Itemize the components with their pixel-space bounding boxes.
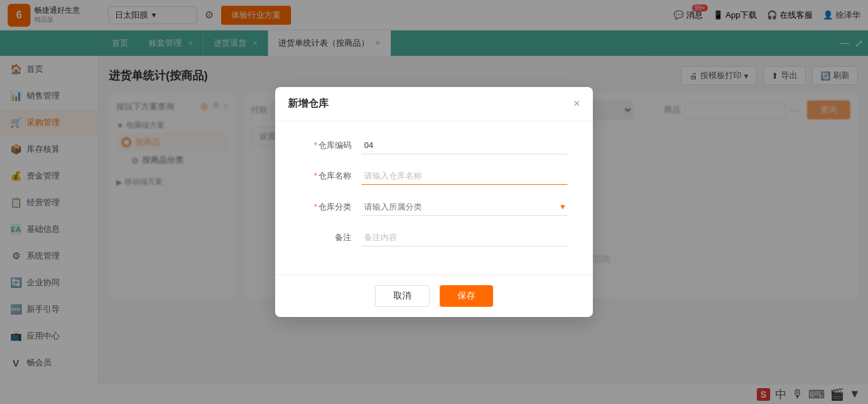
modal-footer: 取消 保存 (275, 274, 593, 317)
save-button[interactable]: 保存 (440, 285, 493, 307)
new-warehouse-modal: 新增仓库 × *仓库编码 *仓库名称 *仓库分类 (275, 87, 593, 317)
category-required-mark: * (314, 202, 317, 212)
warehouse-code-input[interactable] (362, 137, 567, 154)
code-label: *仓库编码 (301, 140, 351, 151)
modal-overlay: 新增仓库 × *仓库编码 *仓库名称 *仓库分类 (0, 0, 868, 404)
form-row-code: *仓库编码 (301, 137, 567, 154)
modal-close-icon[interactable]: × (573, 97, 580, 111)
modal-header: 新增仓库 × (275, 87, 593, 121)
name-required-mark: * (314, 171, 317, 180)
form-row-category: *仓库分类 ▾ (301, 198, 567, 216)
warehouse-remark-input[interactable] (362, 229, 567, 246)
remark-label: 备注 (301, 232, 351, 243)
category-dropdown-icon: ▾ (560, 201, 565, 212)
category-select-wrapper[interactable]: ▾ (362, 198, 567, 216)
cancel-button[interactable]: 取消 (375, 285, 430, 307)
modal-body: *仓库编码 *仓库名称 *仓库分类 ▾ (275, 121, 593, 274)
form-row-remark: 备注 (301, 229, 567, 246)
category-label: *仓库分类 (301, 201, 351, 213)
code-required-mark: * (314, 140, 317, 150)
warehouse-name-input[interactable] (362, 167, 567, 185)
modal-title: 新增仓库 (288, 97, 329, 111)
name-label: *仓库名称 (301, 170, 351, 182)
form-row-name: *仓库名称 (301, 167, 567, 185)
category-select-input[interactable] (364, 202, 560, 212)
